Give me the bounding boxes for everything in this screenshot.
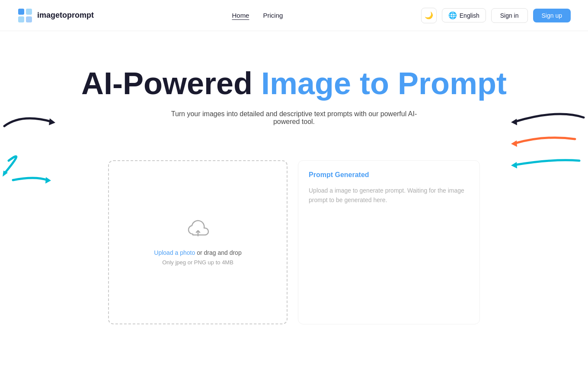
svg-marker-9 bbox=[511, 162, 517, 168]
svg-marker-4 bbox=[49, 118, 55, 125]
navbar: imagetoprompt Home Pricing 🌙 🌐 English S… bbox=[0, 0, 588, 31]
upload-link[interactable]: Upload a photo bbox=[154, 249, 195, 256]
svg-marker-6 bbox=[45, 177, 51, 184]
hero-title-part2: Image to Prompt bbox=[261, 66, 507, 101]
globe-icon: 🌐 bbox=[448, 11, 457, 19]
prompt-output-box: Prompt Generated Upload a image to gener… bbox=[298, 160, 480, 324]
svg-rect-1 bbox=[26, 9, 32, 15]
nav-links: Home Pricing bbox=[232, 12, 283, 19]
decorative-arrows-right bbox=[502, 92, 588, 200]
main-content: Upload a photo or drag and drop Only jpe… bbox=[99, 160, 489, 324]
nav-right: 🌙 🌐 English Sign in Sign up bbox=[421, 8, 571, 23]
language-selector-button[interactable]: 🌐 English bbox=[442, 8, 486, 22]
upload-dropzone[interactable]: Upload a photo or drag and drop Only jpe… bbox=[108, 160, 288, 324]
svg-rect-2 bbox=[18, 16, 24, 22]
prompt-title: Prompt Generated bbox=[309, 171, 469, 179]
hero-subtitle: Turn your images into detailed and descr… bbox=[164, 110, 424, 126]
svg-marker-7 bbox=[511, 119, 517, 125]
logo-icon bbox=[17, 8, 33, 23]
signup-button[interactable]: Sign up bbox=[533, 9, 571, 22]
theme-toggle-button[interactable]: 🌙 bbox=[421, 8, 437, 23]
upload-drag-text: or drag and drop bbox=[195, 249, 241, 256]
svg-rect-3 bbox=[26, 16, 32, 22]
upload-text: Upload a photo or drag and drop bbox=[154, 248, 241, 257]
prompt-placeholder-text: Upload a image to generate prompt. Waiti… bbox=[309, 186, 469, 205]
language-label: English bbox=[460, 12, 479, 19]
moon-icon: 🌙 bbox=[425, 11, 433, 19]
logo-text: imagetoprompt bbox=[37, 11, 94, 20]
hero-section: AI-Powered Image to Prompt Turn your ima… bbox=[0, 31, 588, 143]
upload-hint: Only jpeg or PNG up to 4MB bbox=[162, 259, 233, 266]
svg-marker-8 bbox=[511, 140, 517, 147]
nav-home[interactable]: Home bbox=[232, 12, 249, 19]
upload-cloud-icon bbox=[187, 219, 209, 241]
svg-marker-5 bbox=[3, 171, 8, 177]
svg-rect-0 bbox=[18, 9, 24, 15]
decorative-arrows-left bbox=[0, 100, 61, 195]
nav-pricing[interactable]: Pricing bbox=[263, 12, 283, 19]
hero-title: AI-Powered Image to Prompt bbox=[9, 66, 579, 101]
hero-title-part1: AI-Powered bbox=[81, 66, 261, 101]
logo[interactable]: imagetoprompt bbox=[17, 8, 94, 23]
signin-button[interactable]: Sign in bbox=[491, 8, 528, 23]
